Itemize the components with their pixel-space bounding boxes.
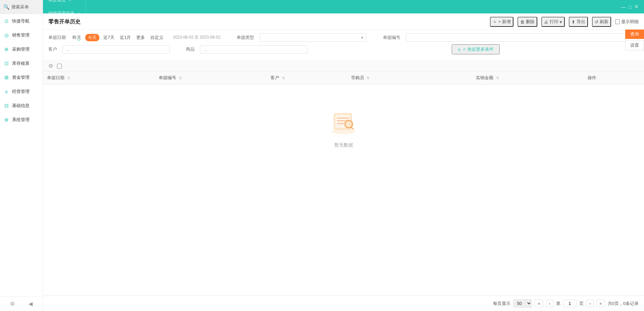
col-date: 单据日期 ⇅ bbox=[43, 71, 155, 85]
select-all-checkbox[interactable] bbox=[57, 64, 62, 68]
nav-icon-quick-nav: ⊙ bbox=[3, 18, 9, 24]
prev-page-btn[interactable]: ‹ bbox=[546, 300, 553, 307]
sidebar-item-purchase-mgmt[interactable]: ⊕ 采购管理 bbox=[0, 42, 43, 56]
delete-icon: 🗑 bbox=[520, 19, 525, 24]
display-detail-input[interactable] bbox=[615, 19, 620, 24]
sidebar-item-inventory[interactable]: ⊡ 库存核算 bbox=[0, 56, 43, 70]
goods-label: 商品 bbox=[186, 46, 195, 52]
date-label: 单据日期 bbox=[48, 35, 66, 41]
refresh-label: 刷新 bbox=[600, 19, 608, 25]
export-button[interactable]: ⬆ 导出 bbox=[569, 17, 588, 27]
data-table: 单据日期 ⇅ 单据编号 ⇅ 客户 ⇅ bbox=[43, 71, 644, 85]
sidebar-item-base-info[interactable]: ⊟ 基础信息 bbox=[0, 99, 43, 113]
nav-icon-ops-mgmt: ≡ bbox=[3, 89, 9, 95]
print-arrow-icon: ▾ bbox=[560, 19, 562, 24]
tab-bar: 首页销售订单✕销货退货✕销货退货历史✕零售开单✕零售开单历史✕ — □ ✕ bbox=[43, 0, 644, 13]
sidebar-item-quick-nav[interactable]: ⊙ 快捷导航 bbox=[0, 14, 43, 28]
display-detail-checkbox[interactable]: 显示明细 bbox=[615, 19, 639, 25]
query-button[interactable]: 查询 bbox=[625, 30, 644, 39]
sidebar-footer: ⚙ ◀ bbox=[0, 296, 43, 311]
goods-placeholder: ... bbox=[204, 47, 207, 52]
date-range: 2023-06-02 至 2023-06-02 bbox=[173, 35, 220, 40]
col-order-no: 单据编号 ⇅ bbox=[155, 71, 266, 85]
tab-close-sales-return[interactable]: ✕ bbox=[68, 0, 71, 2]
empty-state: 暂无数据 bbox=[43, 85, 644, 168]
col-salesperson-sort-icon[interactable]: ⇅ bbox=[366, 76, 369, 80]
sidebar-item-ops-mgmt[interactable]: ≡ 经营管理 bbox=[0, 85, 43, 99]
close-window-btn[interactable]: ✕ bbox=[634, 4, 639, 10]
last-page-btn[interactable]: » bbox=[596, 300, 605, 307]
first-page-btn[interactable]: « bbox=[535, 300, 543, 307]
date-options: 昨天今天近7天近1月更多自定义 bbox=[71, 34, 165, 41]
col-amount-sort-icon[interactable]: ⇅ bbox=[496, 76, 499, 80]
tab-sales-return[interactable]: 销货退货✕ bbox=[43, 0, 86, 7]
display-detail-label: 显示明细 bbox=[621, 19, 639, 25]
content-area: 零售开单历史 ＋ + 新增 🗑 删除 🖨 打印 ▾ ⬆ 导出 bbox=[43, 13, 644, 311]
pagination: 每页显示 50 10 20 100 « ‹ 第 页 › » 共0页，0条记录 bbox=[43, 296, 644, 311]
goods-select[interactable]: ... bbox=[200, 45, 307, 54]
print-button[interactable]: 🖨 打印 ▾ bbox=[541, 17, 565, 27]
nav-label-inventory: 库存核算 bbox=[12, 60, 30, 66]
nav-label-base-info: 基础信息 bbox=[12, 103, 30, 109]
sidebar-item-sys-mgmt[interactable]: ⊗ 系统管理 bbox=[0, 113, 43, 127]
minimize-btn[interactable]: — bbox=[621, 4, 626, 10]
sidebar-item-finance[interactable]: ⊠ 资金管理 bbox=[0, 70, 43, 85]
export-label: 导出 bbox=[577, 19, 585, 25]
collapse-icon[interactable]: ◀ bbox=[29, 301, 33, 307]
date-option-today[interactable]: 今天 bbox=[85, 34, 99, 41]
sidebar-nav: ⊙ 快捷导航 ◎ 销售管理 ⊕ 采购管理 ⊡ 库存核算 ⊠ 资金管理 ≡ 经营管… bbox=[0, 14, 43, 127]
sidebar-item-sales-mgmt[interactable]: ◎ 销售管理 bbox=[0, 28, 43, 42]
collapse-filter-btn[interactable]: ∧ ∧ 收起更多条件 bbox=[452, 44, 500, 54]
page-title: 零售开单历史 bbox=[48, 18, 81, 25]
tab-close-retail-open-history[interactable]: ✕ bbox=[77, 38, 80, 43]
page-header: 零售开单历史 ＋ + 新增 🗑 删除 🖨 打印 ▾ ⬆ 导出 bbox=[43, 13, 644, 30]
order-type-arrow-icon: ▾ bbox=[361, 35, 363, 40]
tab-close-sales-return-history[interactable]: ✕ bbox=[77, 11, 80, 16]
per-page-select[interactable]: 50 10 20 100 bbox=[513, 299, 532, 308]
table-area: ⚙ 单据日期 ⇅ 单据编号 ⇅ bbox=[43, 61, 644, 296]
customer-select[interactable]: ... bbox=[62, 45, 170, 54]
page-suffix: 页 bbox=[579, 301, 584, 307]
add-button[interactable]: ＋ + 新增 bbox=[490, 17, 513, 27]
col-order-no-sort-icon[interactable]: ⇅ bbox=[179, 76, 182, 80]
maximize-btn[interactable]: □ bbox=[629, 4, 632, 10]
empty-illustration bbox=[327, 105, 360, 138]
col-amount: 实销金额 ⇅ bbox=[472, 71, 584, 85]
window-controls: — □ ✕ bbox=[621, 4, 644, 10]
customer-label: 客户 bbox=[48, 46, 57, 52]
col-date-sort-icon[interactable]: ⇅ bbox=[67, 76, 70, 80]
main-area: 首页销售订单✕销货退货✕销货退货历史✕零售开单✕零售开单历史✕ — □ ✕ 零售… bbox=[43, 0, 644, 311]
search-icon: 🔍 bbox=[3, 4, 9, 10]
nav-icon-inventory: ⊡ bbox=[3, 60, 9, 66]
search-menu-item[interactable]: 🔍 搜索采单 bbox=[0, 0, 43, 14]
filter-row-1: 单据日期 昨天今天近7天近1月更多自定义 2023-06-02 至 2023-0… bbox=[48, 33, 639, 42]
refresh-button[interactable]: ↺ 刷新 bbox=[592, 17, 611, 27]
tab-close-retail-open[interactable]: ✕ bbox=[68, 25, 71, 29]
col-amount-label: 实销金额 bbox=[476, 75, 493, 80]
nav-icon-purchase-mgmt: ⊕ bbox=[3, 46, 9, 52]
page-input[interactable] bbox=[563, 300, 577, 307]
date-option-yesterday[interactable]: 昨天 bbox=[71, 34, 83, 41]
delete-button[interactable]: 🗑 删除 bbox=[517, 17, 537, 27]
date-option-last7[interactable]: 近7天 bbox=[102, 34, 116, 41]
delete-label: 删除 bbox=[526, 19, 535, 25]
query-settings-panel: 查询 设置 bbox=[625, 30, 644, 50]
nav-label-sys-mgmt: 系统管理 bbox=[12, 117, 30, 123]
collapse-icon: ∧ bbox=[458, 47, 461, 52]
date-option-last_month[interactable]: 近1月 bbox=[118, 34, 132, 41]
next-page-btn[interactable]: › bbox=[586, 300, 594, 307]
customer-placeholder: ... bbox=[66, 47, 70, 52]
table-header-row: 单据日期 ⇅ 单据编号 ⇅ 客户 ⇅ bbox=[43, 71, 644, 85]
date-option-custom[interactable]: 自定义 bbox=[149, 34, 165, 41]
col-salesperson: 导购员 ⇅ bbox=[347, 71, 443, 85]
table-container: 单据日期 ⇅ 单据编号 ⇅ 客户 ⇅ bbox=[43, 71, 644, 296]
table-settings-icon[interactable]: ⚙ bbox=[48, 63, 53, 69]
settings-icon[interactable]: ⚙ bbox=[10, 301, 15, 307]
filter-settings-button[interactable]: 设置 bbox=[625, 40, 644, 50]
date-option-more[interactable]: 更多 bbox=[135, 34, 146, 41]
collapse-label: ∧ 收起更多条件 bbox=[462, 46, 494, 52]
order-no-value bbox=[409, 35, 411, 40]
order-type-select[interactable]: ▾ bbox=[259, 33, 367, 42]
col-customer-sort-icon[interactable]: ⇅ bbox=[282, 76, 285, 80]
order-no-input[interactable] bbox=[406, 33, 639, 42]
